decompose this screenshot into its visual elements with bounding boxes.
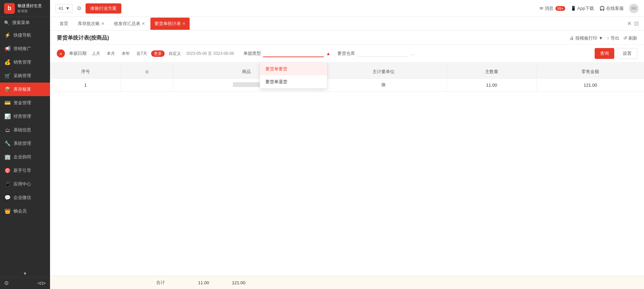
- sidebar-scroll-down[interactable]: ▼: [0, 270, 50, 277]
- filter-expand-btn[interactable]: »: [57, 49, 65, 58]
- sidebar-item-operations[interactable]: 📊 经营管理: [0, 110, 50, 123]
- footer-quantity: 11.00: [194, 280, 228, 285]
- industry-plan-btn[interactable]: 体验行业方案: [86, 3, 121, 14]
- user-avatar-btn[interactable]: Rit: [629, 4, 639, 13]
- tab-receivable-summary-label: 收发存汇总表: [114, 21, 140, 27]
- print-dropdown-icon: ▼: [599, 36, 603, 41]
- close-all-tabs-btn[interactable]: ✕: [627, 20, 631, 27]
- messages-btn[interactable]: ✉ 消息 99+: [540, 5, 565, 12]
- inventory-icon: 📦: [4, 86, 11, 93]
- tab-receivable-summary-close[interactable]: ✕: [142, 21, 145, 26]
- tab-order-summary-label: 要货单统计表: [154, 21, 181, 27]
- filter-settings-btn[interactable]: 设置: [617, 48, 637, 59]
- this-year-btn[interactable]: 本年: [119, 50, 133, 57]
- store-name: 41: [58, 6, 63, 11]
- tab-batch-account-label: 库存批次账: [78, 21, 100, 27]
- warehouse-filter-section: 要货仓库 …: [337, 50, 415, 57]
- sidebar-bottom: ⚙ ⊲⊳: [0, 277, 50, 289]
- export-btn[interactable]: ↑ 导出: [607, 35, 620, 41]
- sidebar-item-wechat[interactable]: 💬 企业微信: [0, 191, 50, 204]
- settings-bottom-btn[interactable]: ⚙: [4, 280, 9, 286]
- print-btn[interactable]: 🖨 按模板打印 ▼: [570, 35, 603, 41]
- warehouse-filter-input[interactable]: [357, 50, 408, 57]
- sidebar-item-basics[interactable]: 🗂 基础信息: [0, 123, 50, 137]
- collapse-sidebar-btn[interactable]: ⊲⊳: [37, 280, 46, 286]
- refresh-icon: ↺: [623, 36, 627, 41]
- tab-order-summary[interactable]: 要货单统计表 ✕: [150, 18, 190, 30]
- type-dropdown-chevron-up-icon[interactable]: ▲: [326, 51, 331, 56]
- tab-order-summary-close[interactable]: ✕: [182, 21, 186, 26]
- query-btn[interactable]: 查询: [595, 48, 614, 59]
- dropdown-item-order-goods[interactable]: 要货单要货: [260, 63, 327, 75]
- app-name: 畅捷通好生意: [18, 3, 42, 9]
- col-amount: 零售金额: [536, 65, 644, 79]
- type-filter-section: 单据类型 ▲: [243, 50, 331, 57]
- last-7days-btn[interactable]: 近7天: [134, 50, 150, 57]
- purchase-label: 采购管理: [14, 73, 31, 79]
- sidebar-item-purchase[interactable]: 🛒 采购管理: [0, 69, 50, 83]
- topbar-gear-btn[interactable]: ⚙: [77, 5, 81, 12]
- basics-label: 基础信息: [14, 127, 31, 133]
- basics-icon: 🗂: [4, 127, 11, 133]
- search-icon: 🔍: [4, 20, 9, 25]
- tab-home[interactable]: 首页: [55, 18, 72, 30]
- table-row: 1 块 11.00 121.00: [50, 79, 644, 92]
- search-menu[interactable]: 🔍 搜索菜单: [0, 17, 50, 28]
- sidebar-item-guide[interactable]: 🎯 新手引导: [0, 164, 50, 177]
- sidebar-item-appstore[interactable]: 📱 应用中心: [0, 177, 50, 191]
- app-download-label: App下载: [577, 5, 594, 12]
- footer-amount: 121.00: [228, 280, 249, 285]
- operations-label: 经营管理: [14, 113, 31, 119]
- dropdown-item-order-return[interactable]: 要货单退货: [260, 75, 327, 88]
- online-service-btn[interactable]: 🎧 在线客服: [599, 5, 624, 12]
- warehouse-more-icon[interactable]: …: [410, 50, 415, 57]
- date-filter-section: 单据日期 上月 本月 本年 近7天 更多 自定义 2023-05-06 至 20…: [69, 50, 234, 57]
- page-actions: 🖨 按模板打印 ▼ ↑ 导出 ↺ 刷新: [570, 35, 637, 41]
- enterprise-label: 企业协同: [14, 154, 31, 160]
- type-filter-input[interactable]: [263, 50, 324, 57]
- phone-icon: 📱: [571, 6, 576, 11]
- sidebar-item-system[interactable]: 🔧 系统管理: [0, 137, 50, 150]
- topbar-left: 41 ▼ ⚙ 体验行业方案: [55, 3, 121, 14]
- logo-area: b 畅捷通好生意 标准版: [0, 0, 50, 17]
- expand-tab-btn[interactable]: ⊡: [634, 20, 639, 27]
- logo-icon: b: [4, 3, 15, 14]
- date-range-display: 2023-05-06 至 2023-06-06: [186, 51, 234, 57]
- sales-label: 销售管理: [14, 59, 31, 65]
- finance-icon: 💳: [4, 99, 11, 106]
- export-icon: ↑: [607, 36, 610, 41]
- system-icon: 🔧: [4, 140, 11, 147]
- col-settings[interactable]: ⚙: [121, 65, 173, 79]
- chevron-down-icon: ▼: [65, 6, 70, 11]
- tab-batch-account[interactable]: 库存批次账 ✕: [74, 18, 109, 30]
- sidebar-item-sales[interactable]: 💰 销售管理: [0, 55, 50, 69]
- footer-label: 合计: [153, 280, 194, 286]
- last-month-btn[interactable]: 上月: [89, 50, 103, 57]
- custom-date-btn[interactable]: 自定义: [166, 50, 184, 57]
- appstore-icon: 📱: [4, 181, 11, 187]
- tab-batch-account-close[interactable]: ✕: [101, 21, 104, 26]
- more-dates-btn[interactable]: 更多: [151, 50, 165, 57]
- tab-receivable-summary[interactable]: 收发存汇总表 ✕: [110, 18, 149, 30]
- this-month-btn[interactable]: 本月: [104, 50, 118, 57]
- marketing-label: 营销推广: [14, 46, 31, 52]
- main-area: 41 ▼ ⚙ 体验行业方案 ✉ 消息 99+ 📱 App下载 🎧 在线客服: [50, 0, 644, 289]
- sidebar-item-marketing[interactable]: 📢 营销推广: [0, 42, 50, 55]
- sidebar-item-finance[interactable]: 💳 资金管理: [0, 96, 50, 110]
- tab-home-label: 首页: [59, 21, 68, 27]
- messages-label: 消息: [545, 5, 553, 12]
- sidebar-item-quick-nav[interactable]: ⚡ 快捷导航: [0, 28, 50, 42]
- refresh-btn[interactable]: ↺ 刷新: [623, 35, 637, 41]
- sidebar-item-enterprise[interactable]: 🏢 企业协同: [0, 150, 50, 164]
- page-header: 要货单统计表(按商品) 🖨 按模板打印 ▼ ↑ 导出 ↺ 刷新: [50, 30, 644, 45]
- inventory-label: 库存核算: [14, 86, 31, 92]
- sidebar-item-inventory[interactable]: 📦 库存核算: [0, 83, 50, 96]
- guide-icon: 🎯: [4, 167, 11, 174]
- cell-quantity: 11.00: [447, 79, 536, 92]
- col-quantity: 主数量: [447, 65, 536, 79]
- table-footer: 合计 11.00 121.00: [50, 276, 644, 289]
- store-selector[interactable]: 41 ▼: [55, 4, 73, 13]
- sidebar-item-member[interactable]: 👑 畅会员: [0, 204, 50, 218]
- app-download-btn[interactable]: 📱 App下载: [571, 5, 594, 12]
- content-area: 要货单统计表(按商品) 🖨 按模板打印 ▼ ↑ 导出 ↺ 刷新 »: [50, 30, 644, 289]
